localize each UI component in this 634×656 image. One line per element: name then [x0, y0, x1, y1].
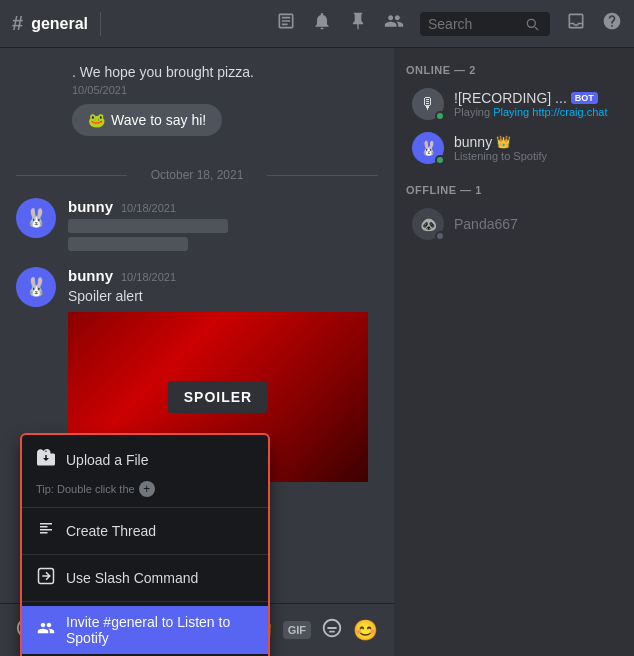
- search-input[interactable]: [428, 16, 518, 32]
- avatar-panda: 🐼: [412, 208, 444, 240]
- user-info-bunny: bunny 👑 Listening to Spotify: [454, 134, 616, 162]
- offline-section-title: OFFLINE — 1: [406, 184, 622, 196]
- user-name-panda: Panda667: [454, 216, 616, 232]
- user-info-panda: Panda667: [454, 216, 616, 232]
- title-bar: # general ​: [0, 0, 634, 48]
- user-entry-bunny[interactable]: 🐰 bunny 👑 Listening to Spotify: [406, 128, 622, 168]
- user-name-recording: ![RECORDING] ... BOT: [454, 90, 616, 106]
- menu-item-spotify-label: Invite #general to Listen to Spotify: [66, 614, 254, 646]
- menu-item-spotify[interactable]: Invite #general to Listen to Spotify: [22, 606, 268, 654]
- menu-divider-1: [22, 507, 268, 508]
- user-entry-recording[interactable]: 🎙 ![RECORDING] ... BOT Playing Playing h…: [406, 84, 622, 124]
- user-name-bunny: bunny 👑: [454, 134, 616, 150]
- help-icon[interactable]: [602, 11, 622, 36]
- message-timestamp: 10/18/2021: [121, 202, 176, 214]
- message-text-2: Spoiler alert: [68, 288, 378, 304]
- redacted-line-2: [68, 237, 188, 251]
- sticker-icon[interactable]: [321, 617, 343, 644]
- menu-item-slash[interactable]: Use Slash Command: [22, 559, 268, 597]
- context-menu: Upload a File Tip: Double click the + Cr…: [20, 433, 270, 656]
- menu-item-upload-label: Upload a File: [66, 452, 149, 468]
- threads-icon[interactable]: ​: [276, 11, 296, 36]
- menu-item-thread[interactable]: Create Thread: [22, 512, 268, 550]
- emoji-icon[interactable]: 😊: [353, 618, 378, 642]
- chat-area: . We hope you brought pizza. 10/05/2021 …: [0, 48, 394, 656]
- header-divider: [100, 12, 101, 36]
- members-icon[interactable]: [384, 11, 404, 36]
- pizza-message: . We hope you brought pizza. 10/05/2021 …: [16, 64, 378, 152]
- search-box[interactable]: [420, 12, 550, 36]
- avatar-2: 🐰: [16, 267, 56, 307]
- menu-item-upload[interactable]: Upload a File: [22, 441, 268, 479]
- status-dot-online: [435, 111, 445, 121]
- user-activity-bunny: Listening to Spotify: [454, 150, 616, 162]
- menu-divider-2: [22, 554, 268, 555]
- pizza-date: 10/05/2021: [16, 84, 378, 96]
- spotify-invite-icon: [36, 619, 56, 641]
- wave-button[interactable]: 🐸 Wave to say hi!: [72, 104, 222, 136]
- gif-icon[interactable]: GIF: [283, 621, 311, 639]
- menu-tip: Tip: Double click the +: [22, 479, 268, 503]
- wave-emoji: 🐸: [88, 112, 105, 128]
- bot-badge: BOT: [571, 92, 598, 104]
- message-username-2: bunny: [68, 267, 113, 284]
- activity-link[interactable]: Playing http://craig.chat: [493, 106, 607, 118]
- user-entry-panda[interactable]: 🐼 Panda667: [406, 204, 622, 244]
- avatar-bunny: 🐰: [412, 132, 444, 164]
- wave-label: Wave to say hi!: [111, 112, 206, 128]
- message-timestamp-2: 10/18/2021: [121, 271, 176, 283]
- message-header-2: bunny 10/18/2021: [68, 267, 378, 284]
- channel-hash-icon: #: [12, 12, 23, 35]
- user-info-recording: ![RECORDING] ... BOT Playing Playing htt…: [454, 90, 616, 118]
- thread-icon: [36, 520, 56, 542]
- message-username: bunny: [68, 198, 113, 215]
- status-dot-bunny: [435, 155, 445, 165]
- crown-icon: 👑: [496, 135, 511, 149]
- user-activity-recording: Playing Playing http://craig.chat: [454, 106, 616, 118]
- bell-icon[interactable]: [312, 11, 332, 36]
- message-row: 🐰 bunny 10/18/2021: [16, 198, 378, 255]
- upload-icon: [36, 449, 56, 471]
- message-header: bunny 10/18/2021: [68, 198, 378, 215]
- avatar-recording: 🎙: [412, 88, 444, 120]
- status-dot-panda: [435, 231, 445, 241]
- slash-icon: [36, 567, 56, 589]
- channel-name: general: [31, 15, 88, 33]
- menu-divider-3: [22, 601, 268, 602]
- main-layout: . We hope you brought pizza. 10/05/2021 …: [0, 48, 634, 656]
- toolbar: ​: [276, 11, 622, 36]
- redacted-line-1: [68, 219, 228, 233]
- avatar: 🐰: [16, 198, 56, 238]
- menu-item-thread-label: Create Thread: [66, 523, 156, 539]
- date-divider: October 18, 2021: [16, 168, 378, 182]
- inbox-icon[interactable]: [566, 11, 586, 36]
- plus-circle-icon: +: [139, 481, 155, 497]
- sidebar: ONLINE — 2 🎙 ![RECORDING] ... BOT Playin…: [394, 48, 634, 656]
- menu-item-slash-label: Use Slash Command: [66, 570, 198, 586]
- online-section-title: ONLINE — 2: [406, 64, 622, 76]
- spoiler-button[interactable]: SPOILER: [168, 381, 268, 413]
- pin-icon[interactable]: [348, 11, 368, 36]
- message-content: bunny 10/18/2021: [68, 198, 378, 255]
- pizza-text: . We hope you brought pizza.: [16, 64, 378, 80]
